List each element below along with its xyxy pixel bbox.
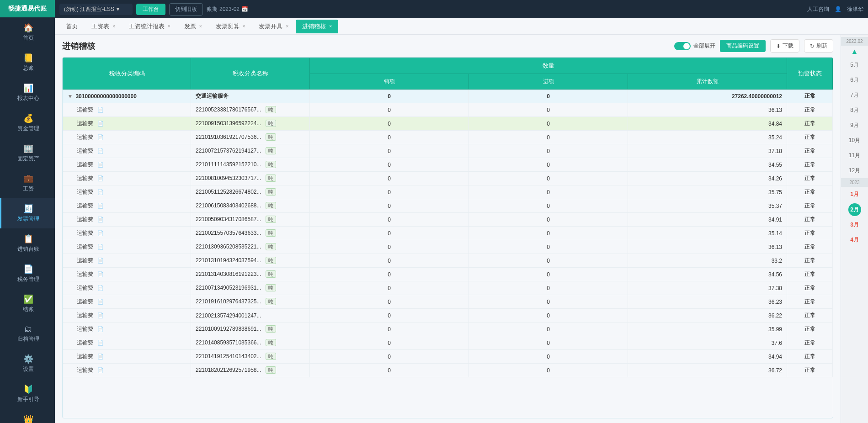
row-sale: 0 <box>310 185 469 199</box>
row-invoice-code: 22100511252826674802... 吨 <box>191 185 310 199</box>
tab-close-salary[interactable]: × <box>112 24 115 29</box>
goods-code-button[interactable]: 商品编码设置 <box>720 40 766 52</box>
right-panel-month-3月[interactable]: 3月 <box>848 219 861 231</box>
row-cumulative: 36.13 <box>628 103 787 117</box>
row-cumulative: 35.14 <box>628 227 787 240</box>
tab-salary-stats[interactable]: 工资统计报表× <box>122 20 177 33</box>
row-tag: 吨 <box>266 257 276 264</box>
sidebar-item-reports[interactable]: 📊报表中心 <box>0 78 55 108</box>
right-panel-month[interactable]: 8月 <box>849 104 860 116</box>
sidebar-item-home[interactable]: 🏠首页 <box>0 17 55 48</box>
table-row: 运输费 📄 22101009192789838691... 吨 0 0 35.9… <box>63 323 833 336</box>
sidebar-item-settings[interactable]: ⚙️设置 <box>0 349 55 379</box>
row-sale: 0 <box>310 144 469 158</box>
table-row: 运输费 📄 22100713490523196931... 吨 0 0 37.3… <box>63 281 833 295</box>
sidebar-label-archive: 归档管理 <box>17 335 39 343</box>
company-selector[interactable]: (勿动) 江西报宝-LSS ▾ <box>59 4 133 15</box>
app-logo: 畅捷通易代账 <box>0 0 55 17</box>
table-row: 运输费 📄 22101820212692571958... 吨 0 0 36.7… <box>63 364 833 377</box>
tab-invoice-open[interactable]: 发票开具× <box>252 20 295 33</box>
right-panel-month-4月[interactable]: 4月 <box>848 234 861 246</box>
tab-close-reconcile[interactable]: × <box>329 24 332 29</box>
expand-toggle[interactable] <box>674 42 691 50</box>
sidebar-item-archive[interactable]: 🗂归档管理 <box>0 319 55 349</box>
sidebar-item-tax-mgmt[interactable]: 📄税务管理 <box>0 259 55 289</box>
sidebar-item-settlement[interactable]: ✅结账 <box>0 289 55 319</box>
tab-invoice-calc[interactable]: 发票测算× <box>209 20 252 33</box>
sidebar-item-member[interactable]: 👑畅会员 <box>0 409 55 423</box>
row-code-desc: 运输费 📄 <box>63 336 191 350</box>
switch-version-button[interactable]: 切到旧版 <box>169 3 203 16</box>
row-invoice-code: 22101916102976437325... 吨 <box>191 295 310 309</box>
sidebar-item-guide[interactable]: 🔰新手引导 <box>0 379 55 409</box>
calendar-icon[interactable]: 📅 <box>241 6 248 12</box>
reports-icon: 📊 <box>23 83 33 93</box>
row-purchase: 0 <box>469 227 628 240</box>
download-button[interactable]: ⬇ 下载 <box>770 39 799 53</box>
assets-icon: 🏢 <box>23 143 33 153</box>
table-row: 运输费 📄 22100915031396592224... 吨 0 0 34.8… <box>63 117 833 131</box>
sidebar-label-sales-ledger: 进销台账 <box>17 245 39 253</box>
file-icon: 📄 <box>97 148 104 153</box>
file-icon: 📄 <box>97 121 104 126</box>
right-panel-month[interactable]: 5月 <box>849 59 860 71</box>
row-invoice-code: 22101309365208535221... 吨 <box>191 240 310 254</box>
page-title: 进销稽核 <box>62 41 95 52</box>
row-status: 正常 <box>787 350 833 364</box>
archive-icon: 🗂 <box>24 324 32 334</box>
right-panel-month[interactable]: 12月 <box>849 164 860 177</box>
row-tag: 吨 <box>266 243 276 250</box>
sidebar-item-invoice-mgmt[interactable]: 🧾发票管理 <box>0 198 55 228</box>
right-panel-month[interactable]: 6月 <box>849 74 860 86</box>
row-invoice-code: 22101310194324037594... 吨 <box>191 254 310 268</box>
right-panel-month[interactable]: 9月 <box>849 119 860 132</box>
row-invoice-code: 22101408593571035366... 吨 <box>191 336 310 350</box>
settlement-icon: ✅ <box>23 294 33 304</box>
row-status: 正常 <box>787 295 833 309</box>
tab-close-invoice-calc[interactable]: × <box>243 24 245 29</box>
tab-label-reconcile: 进销稽核 <box>302 22 326 31</box>
table-row: 运输费 📄 22101111143592152210... 吨 0 0 34.5… <box>63 158 833 172</box>
right-panel-month[interactable]: 10月 <box>849 134 860 147</box>
sidebar-item-salary[interactable]: 💼工资 <box>0 168 55 198</box>
prev-year-arrow[interactable]: ▲ <box>849 46 860 58</box>
sidebar-item-sales-ledger[interactable]: 📋进销台账 <box>0 228 55 259</box>
tab-close-invoice-open[interactable]: × <box>286 24 288 29</box>
row-purchase: 0 <box>469 172 628 185</box>
row-cumulative: 37.6 <box>628 336 787 350</box>
right-panel-month-1月[interactable]: 1月 <box>848 188 861 201</box>
row-status: 正常 <box>787 213 833 227</box>
row-tag: 吨 <box>266 147 276 154</box>
row-code-desc: 运输费 📄 <box>63 199 191 213</box>
row-tag: 吨 <box>266 120 276 127</box>
support-link[interactable]: 人工咨询 <box>807 5 829 13</box>
tab-close-invoice[interactable]: × <box>199 24 202 29</box>
row-invoice-code: 22101820212692571958... 吨 <box>191 364 310 377</box>
workspace-button[interactable]: 工作台 <box>136 4 165 15</box>
row-code-desc: 运输费 📄 <box>63 103 191 117</box>
row-purchase: 0 <box>469 336 628 350</box>
tab-reconcile[interactable]: 进销稽核× <box>296 20 338 33</box>
row-sale: 0 <box>310 158 469 172</box>
right-panel-month[interactable]: 7月 <box>849 89 860 101</box>
right-panel-month[interactable]: 11月 <box>849 149 860 162</box>
row-status: 正常 <box>787 185 833 199</box>
row-cumulative: 37.18 <box>628 144 787 158</box>
refresh-button[interactable]: ↻ 刷新 <box>804 39 833 53</box>
row-purchase: 0 <box>469 158 628 172</box>
tab-close-salary-stats[interactable]: × <box>168 24 170 29</box>
row-cumulative: 36.13 <box>628 240 787 254</box>
row-purchase: 0 <box>469 131 628 144</box>
tab-invoice[interactable]: 发票× <box>178 20 208 33</box>
sidebar-item-funds[interactable]: 💰资金管理 <box>0 108 55 138</box>
tab-salary[interactable]: 工资表× <box>85 20 122 33</box>
table-row: 运输费 📄 22100213574294001247... 0 0 36.22 … <box>63 309 833 323</box>
sidebar-item-assets[interactable]: 🏢固定资产 <box>0 138 55 168</box>
right-panel-month-2月[interactable]: 2月 <box>848 203 861 216</box>
row-status: 正常 <box>787 336 833 350</box>
sidebar-label-settings: 设置 <box>23 365 34 373</box>
row-code-desc: 运输费 📄 <box>63 323 191 336</box>
sidebar-item-ledger[interactable]: 📒总账 <box>0 48 55 78</box>
th-purchase: 进项 <box>469 74 628 90</box>
tab-home[interactable]: 首页 <box>59 20 84 33</box>
